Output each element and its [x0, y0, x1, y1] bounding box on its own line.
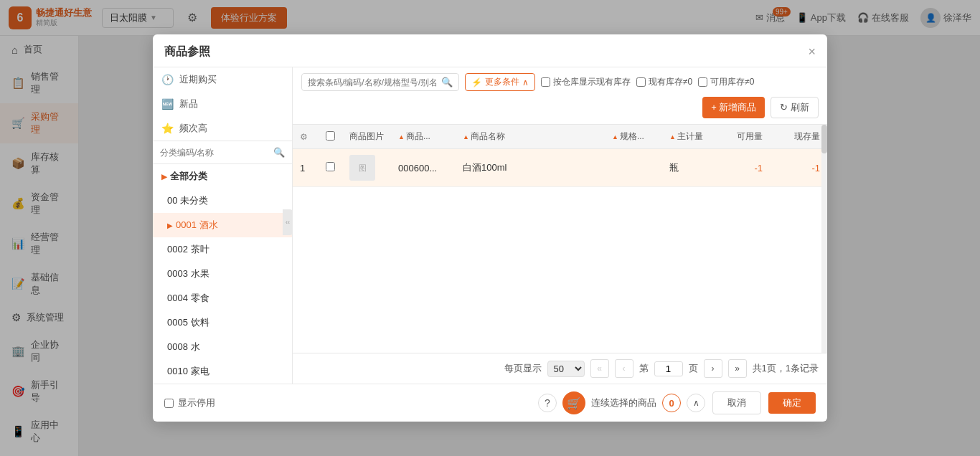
- col-spec-label: 规格...: [620, 130, 644, 143]
- show-disabled-checkbox[interactable]: [164, 399, 174, 408]
- cell-code: 000600...: [391, 149, 456, 187]
- check-have-stock-input[interactable]: [636, 77, 646, 87]
- product-panel: 🔍 ⚡ 更多条件 ∧ 按仓库显示现有库存 现有库存≠0: [293, 67, 827, 384]
- check-usable-stock-input[interactable]: [698, 77, 707, 87]
- show-disabled-label[interactable]: 显示停用: [164, 396, 215, 409]
- cell-no: 1: [293, 149, 319, 187]
- category-search-input[interactable]: [160, 148, 269, 158]
- category-0002-label: 0002 茶叶: [167, 243, 209, 256]
- table-row[interactable]: 1 图 000600... 白酒100ml 瓶: [293, 149, 827, 187]
- cell-spec: [605, 149, 662, 187]
- category-item-0005[interactable]: 0005 饮料: [153, 310, 292, 335]
- col-header-check: [319, 125, 342, 149]
- page-size-select[interactable]: 10 20 50 100: [547, 361, 585, 377]
- sort-up-code-icon: ▲: [398, 133, 405, 141]
- first-page-button[interactable]: «: [590, 359, 609, 378]
- footer-cart-area: ? 🛒 连续选择的商品 0 ∧: [538, 391, 705, 414]
- shortcut-recent-label: 近期购买: [179, 73, 217, 86]
- category-panel: 🕐 近期购买 🆕 新品 ⭐ 频次高 ‹‹ 🔍: [153, 67, 293, 384]
- category-item-0008[interactable]: 0008 水: [153, 335, 292, 359]
- category-shortcuts: 🕐 近期购买 🆕 新品 ⭐ 频次高: [153, 67, 292, 141]
- product-table-container: ⚙ 商品图片: [293, 125, 827, 353]
- category-all-label: 全部分类: [170, 170, 207, 183]
- help-icon[interactable]: ?: [538, 394, 557, 412]
- filter-more-button[interactable]: ⚡ 更多条件 ∧: [465, 73, 535, 91]
- category-item-0001[interactable]: ▶ 0001 酒水: [153, 213, 292, 237]
- modal-close-button[interactable]: ×: [808, 44, 816, 60]
- shortcut-frequent[interactable]: ⭐ 频次高: [153, 116, 292, 141]
- category-0005-label: 0005 饮料: [167, 316, 209, 329]
- check-by-warehouse-input[interactable]: [541, 77, 550, 87]
- page-label: 第: [639, 362, 649, 375]
- col-code-label: 商品...: [406, 130, 430, 143]
- check-have-stock-text: 现有库存≠0: [649, 76, 692, 88]
- check-by-warehouse-label[interactable]: 按仓库显示现有库存: [541, 76, 631, 88]
- product-table: ⚙ 商品图片: [293, 125, 827, 187]
- cart-icon[interactable]: 🛒: [562, 391, 585, 414]
- current-page-input[interactable]: [654, 361, 683, 376]
- cart-collapse-button[interactable]: ∧: [687, 394, 705, 412]
- product-table-body: 1 图 000600... 白酒100ml 瓶: [293, 149, 827, 187]
- modal-body: 🕐 近期购买 🆕 新品 ⭐ 频次高 ‹‹ 🔍: [153, 67, 827, 384]
- category-search-icon[interactable]: 🔍: [273, 147, 285, 158]
- category-collapse-button[interactable]: ‹‹: [283, 209, 293, 235]
- refresh-button[interactable]: ↻ 刷新: [771, 97, 819, 118]
- col-header-unit: ▲ 主计量: [662, 125, 712, 149]
- next-page-button[interactable]: ›: [704, 359, 722, 378]
- category-list: ▶ 全部分类 00 未分类 ▶ 0001 酒水 0002 茶叶 0003 水果: [153, 164, 292, 384]
- cancel-button[interactable]: 取消: [712, 391, 761, 414]
- star-icon: ⭐: [161, 123, 174, 134]
- col-header-avail: 可用量: [712, 125, 770, 149]
- category-item-0002[interactable]: 0002 茶叶: [153, 237, 292, 262]
- confirm-button[interactable]: 确定: [768, 392, 816, 414]
- col-avail-label: 可用量: [737, 131, 763, 141]
- select-all-checkbox[interactable]: [326, 131, 335, 141]
- col-header-img: 商品图片: [342, 125, 391, 149]
- cell-name: 白酒100ml: [456, 149, 605, 187]
- table-header-row: ⚙ 商品图片: [293, 125, 827, 149]
- prev-page-button[interactable]: ‹: [615, 359, 633, 378]
- category-item-0010[interactable]: 0010 家电: [153, 359, 292, 384]
- cell-stock: -1: [770, 149, 827, 187]
- category-0008-label: 0008 水: [167, 341, 200, 353]
- modal-overlay: 商品参照 × 🕐 近期购买 🆕 新品 ⭐ 频次高: [0, 0, 980, 456]
- col-header-no: ⚙: [293, 125, 319, 149]
- product-reference-modal: 商品参照 × 🕐 近期购买 🆕 新品 ⭐ 频次高: [153, 34, 827, 422]
- search-icon[interactable]: 🔍: [441, 77, 453, 87]
- sort-up-name-icon: ▲: [463, 133, 469, 141]
- cart-label: 连续选择的商品: [591, 396, 656, 409]
- filter-bar: 🔍 ⚡ 更多条件 ∧ 按仓库显示现有库存 现有库存≠0: [293, 67, 827, 125]
- product-search-input[interactable]: [308, 77, 438, 87]
- expand-arrow-all: ▶: [161, 173, 167, 181]
- pagination-bar: 每页显示 10 20 50 100 « ‹ 第 页 › » 共1页，1条记录: [293, 353, 827, 384]
- scrollbar-track: [821, 125, 827, 353]
- add-product-button[interactable]: + 新增商品: [702, 97, 765, 118]
- row-checkbox[interactable]: [326, 162, 335, 171]
- category-item-0003[interactable]: 0003 水果: [153, 262, 292, 286]
- table-settings-icon[interactable]: ⚙: [300, 132, 308, 142]
- col-header-spec: ▲ 规格...: [605, 125, 662, 149]
- shortcut-recent[interactable]: 🕐 近期购买: [153, 67, 292, 92]
- check-usable-stock-label[interactable]: 可用库存≠0: [698, 76, 754, 88]
- modal-header: 商品参照 ×: [153, 34, 827, 67]
- page-suffix: 页: [689, 362, 698, 375]
- scrollbar-thumb[interactable]: [821, 125, 827, 153]
- check-have-stock-label[interactable]: 现有库存≠0: [636, 76, 692, 88]
- category-item-0004[interactable]: 0004 零食: [153, 286, 292, 310]
- cart-count: 0: [662, 394, 681, 412]
- product-thumbnail: 图: [349, 155, 375, 181]
- filter-right-buttons: + 新增商品 ↻ 刷新: [702, 97, 819, 118]
- category-item-all[interactable]: ▶ 全部分类: [153, 164, 292, 189]
- shortcut-new-label: 新品: [179, 98, 198, 110]
- recent-icon: 🕐: [161, 74, 174, 85]
- modal-title: 商品参照: [164, 44, 210, 60]
- last-page-button[interactable]: »: [728, 359, 747, 378]
- category-item-00[interactable]: 00 未分类: [153, 189, 292, 213]
- shortcut-new[interactable]: 🆕 新品: [153, 92, 292, 116]
- col-unit-label: 主计量: [677, 130, 703, 143]
- category-0003-label: 0003 水果: [167, 267, 209, 280]
- shortcut-frequent-label: 频次高: [179, 122, 207, 135]
- cell-check: [319, 149, 342, 187]
- total-info: 共1页，1条记录: [753, 362, 819, 375]
- filter-icon: ⚡: [471, 77, 482, 87]
